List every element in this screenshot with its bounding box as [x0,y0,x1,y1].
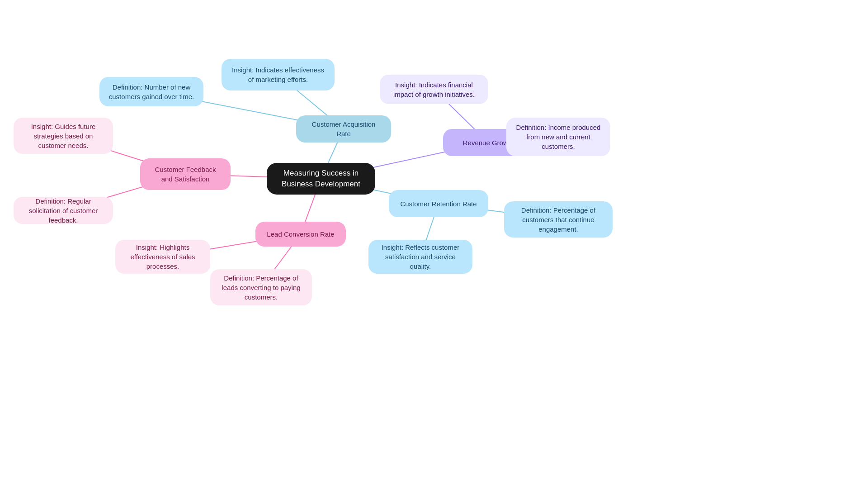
customer-feedback: Customer Feedback and Satisfaction [140,158,231,190]
customer-acquisition-rate: Customer Acquisition Rate [296,115,391,143]
rg-definition: Definition: Income produced from new and… [506,118,610,156]
car-definition: Definition: Number of new customers gain… [99,77,203,106]
cf-insight: Insight: Guides future strategies based … [14,118,113,154]
center-label: Measuring Success in Business Developmen… [275,168,367,190]
car-insight: Insight: Indicates effectiveness of mark… [222,59,335,90]
center-node: Measuring Success in Business Developmen… [267,163,375,195]
cf-definition: Definition: Regular solicitation of cust… [14,197,113,224]
lcr-insight: Insight: Highlights effectiveness of sal… [115,240,210,274]
crr-definition: Definition: Percentage of customers that… [504,201,613,238]
lead-conversion: Lead Conversion Rate [255,222,346,247]
crr-insight: Insight: Reflects customer satisfaction … [368,240,472,274]
customer-retention: Customer Retention Rate [389,190,488,217]
rg-insight: Insight: Indicates financial impact of g… [380,75,488,104]
lcr-definition: Definition: Percentage of leads converti… [210,269,312,305]
